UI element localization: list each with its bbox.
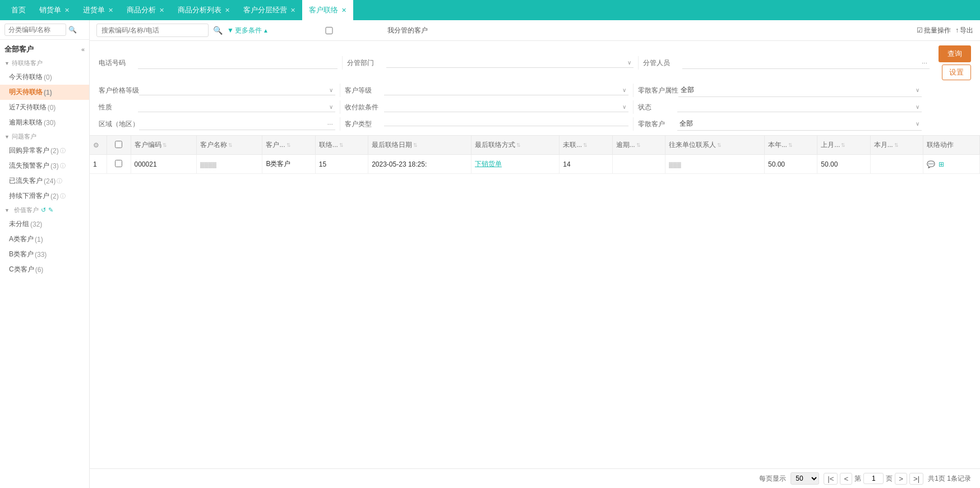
col-name[interactable]: 客户名称 bbox=[197, 136, 262, 155]
col-overdue[interactable]: 逾期... bbox=[612, 136, 665, 155]
sidebar-all-customers[interactable]: 全部客户 « bbox=[0, 40, 89, 57]
nav-purchase[interactable]: 进货单 ✕ bbox=[76, 0, 120, 20]
col-last-date[interactable]: 最后联络日期 bbox=[368, 136, 471, 155]
sidebar-item-warning[interactable]: 流失预警客户(3) ⓘ bbox=[0, 158, 89, 173]
close-icon[interactable]: ✕ bbox=[290, 7, 295, 14]
row-last-method[interactable]: 下销货单 bbox=[471, 155, 560, 174]
col-uncontacted[interactable]: 未联... bbox=[560, 136, 612, 155]
row-company-contact: ▓▓▓ bbox=[665, 155, 764, 174]
sort-last-method[interactable]: 最后联络方式 bbox=[475, 140, 556, 150]
edit-icon[interactable]: ✎ bbox=[48, 206, 53, 214]
filter-status: 状态 ∨ bbox=[638, 102, 922, 112]
row-index: 1 bbox=[90, 155, 107, 174]
nav-customer-contact[interactable]: 客户联络 ✕ bbox=[302, 0, 353, 20]
close-icon[interactable]: ✕ bbox=[64, 7, 70, 14]
sidebar-item-today[interactable]: 今天待联络(0) bbox=[0, 70, 89, 85]
close-icon[interactable]: ✕ bbox=[225, 7, 230, 14]
sort-name[interactable]: 客户名称 bbox=[200, 140, 258, 150]
customer-type-select[interactable] bbox=[384, 122, 628, 126]
col-contact-count[interactable]: 联络... bbox=[315, 136, 368, 155]
chevron-down-icon: ∨ bbox=[916, 87, 919, 93]
sort-code[interactable]: 客户编码 bbox=[135, 140, 193, 150]
search-icon[interactable]: 🔍 bbox=[68, 26, 77, 34]
nav-sales[interactable]: 销货单 ✕ bbox=[33, 0, 76, 20]
sort-company-contact[interactable]: 往来单位联系人 bbox=[669, 140, 761, 150]
nature-select[interactable]: ∨ bbox=[138, 102, 335, 112]
col-code[interactable]: 客户编码 bbox=[131, 136, 196, 155]
sidebar-section-pending: 待联络客户 bbox=[0, 57, 89, 70]
col-current-month[interactable]: 本月... bbox=[870, 136, 923, 155]
prev-page-button[interactable]: < bbox=[840, 473, 852, 485]
col-last-method[interactable]: 最后联络方式 bbox=[471, 136, 560, 155]
price-grade-select[interactable]: ∨ bbox=[139, 85, 335, 95]
sidebar-item-overdue[interactable]: 逾期未联络(30) bbox=[0, 115, 89, 130]
col-type[interactable]: 客户... bbox=[262, 136, 315, 155]
close-icon[interactable]: ✕ bbox=[108, 7, 113, 14]
search-button[interactable]: 🔍 bbox=[213, 26, 223, 35]
sidebar-search-input[interactable] bbox=[4, 24, 66, 36]
more-filters-button[interactable]: ▼ 更多条件 ▲ bbox=[227, 26, 269, 35]
sidebar-item-lost[interactable]: 已流失客户(24) ⓘ bbox=[0, 173, 89, 188]
set-button[interactable]: 设置 bbox=[942, 65, 971, 80]
sidebar-item-tomorrow[interactable]: 明天待联络(1) bbox=[0, 85, 89, 100]
sort-last-month[interactable]: 上月... bbox=[821, 140, 866, 150]
last-page-button[interactable]: >| bbox=[909, 473, 923, 485]
nav-goods-analysis-list[interactable]: 商品分析列表 ✕ bbox=[171, 0, 237, 20]
customer-table: ⚙ 客户编码 客户名称 客户... 联络... 最后联络日期 最后联络方式 未联… bbox=[90, 136, 980, 174]
my-customer-toggle[interactable]: 我分管的客户 bbox=[273, 26, 428, 35]
sort-uncontacted[interactable]: 未联... bbox=[563, 140, 608, 150]
nav-home[interactable]: 首页 bbox=[4, 0, 33, 20]
info-icon: ⓘ bbox=[60, 147, 66, 155]
sort-overdue[interactable]: 逾期... bbox=[616, 140, 662, 150]
info-icon: ⓘ bbox=[60, 162, 66, 170]
col-last-month[interactable]: 上月... bbox=[817, 136, 870, 155]
export-icon: ↑ bbox=[955, 26, 959, 34]
customer-grade-select[interactable]: ∨ bbox=[384, 85, 628, 95]
gear-icon[interactable]: ⚙ bbox=[93, 141, 99, 149]
sort-type[interactable]: 客户... bbox=[266, 140, 311, 150]
sidebar-item-abnormal[interactable]: 回购异常客户(2) ⓘ bbox=[0, 143, 89, 158]
refresh-icon[interactable]: ↺ bbox=[41, 206, 46, 214]
row-checkbox[interactable] bbox=[115, 160, 122, 167]
first-page-button[interactable]: |< bbox=[824, 473, 838, 485]
nav-goods-analysis[interactable]: 商品分析 ✕ bbox=[120, 0, 171, 20]
status-select[interactable]: ∨ bbox=[677, 102, 922, 112]
chevron-down-icon: ∨ bbox=[329, 87, 333, 93]
next-page-button[interactable]: > bbox=[895, 473, 907, 485]
sidebar-item-class-a[interactable]: A类客户(1) bbox=[0, 232, 89, 247]
sidebar-item-class-c[interactable]: C类客户(6) bbox=[0, 262, 89, 277]
row-uncontacted: 14 bbox=[560, 155, 612, 174]
region-select[interactable]: ··· bbox=[139, 118, 335, 130]
select-all-checkbox[interactable] bbox=[115, 141, 122, 148]
close-icon[interactable]: ✕ bbox=[159, 7, 164, 14]
last-method-link[interactable]: 下销货单 bbox=[475, 160, 502, 168]
payment-select[interactable]: ∨ bbox=[384, 102, 628, 112]
dept-select[interactable]: ∨ bbox=[386, 58, 634, 68]
sidebar-item-ungrouped[interactable]: 未分组(32) bbox=[0, 217, 89, 232]
search-input[interactable] bbox=[96, 24, 209, 37]
col-current-year[interactable]: 本年... bbox=[764, 136, 817, 155]
retail-select[interactable]: 全部 ∨ bbox=[677, 117, 922, 131]
sidebar-item-7days[interactable]: 近7天待联络(0) bbox=[0, 100, 89, 115]
phone-input[interactable] bbox=[138, 57, 338, 69]
my-customer-checkbox[interactable] bbox=[273, 27, 385, 34]
col-company-contact[interactable]: 往来单位联系人 bbox=[665, 136, 764, 155]
query-button[interactable]: 查询 bbox=[939, 45, 971, 62]
nav-customer-tier[interactable]: 客户分层经营 ✕ bbox=[237, 0, 302, 20]
sort-current-month[interactable]: 本月... bbox=[874, 140, 919, 150]
sidebar-item-class-b[interactable]: B类客户(33) bbox=[0, 247, 89, 262]
chat-icon[interactable]: 💬 bbox=[927, 160, 935, 168]
person-select[interactable]: ··· bbox=[682, 57, 930, 69]
sort-contact-count[interactable]: 联络... bbox=[319, 140, 364, 150]
export-button[interactable]: ↑ 导出 bbox=[955, 26, 973, 35]
close-icon[interactable]: ✕ bbox=[341, 7, 346, 14]
page-number-input[interactable] bbox=[863, 473, 884, 484]
sort-last-date[interactable]: 最后联络日期 bbox=[372, 140, 468, 150]
sort-current-year[interactable]: 本年... bbox=[768, 140, 813, 150]
retail-attr-select[interactable]: 全部 ∨ bbox=[678, 84, 922, 97]
batch-op-button[interactable]: ☑ 批量操作 bbox=[917, 26, 951, 35]
sidebar-item-declining[interactable]: 持续下滑客户(2) ⓘ bbox=[0, 188, 89, 204]
page-size-select[interactable]: 10 20 50 100 bbox=[791, 472, 819, 485]
grid-icon[interactable]: ⊞ bbox=[939, 160, 944, 168]
table-container: ⚙ 客户编码 客户名称 客户... 联络... 最后联络日期 最后联络方式 未联… bbox=[90, 136, 980, 468]
